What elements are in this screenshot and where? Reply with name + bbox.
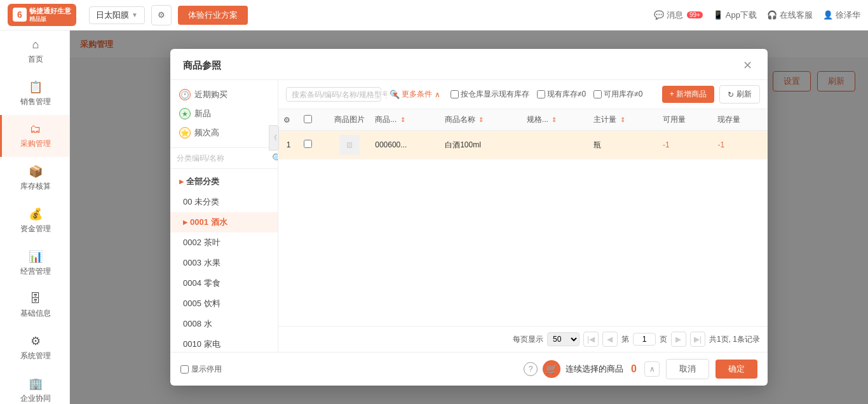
pagination-bar: 每页显示 50 10 20 100 |◀ ◀ 第 页 (278, 326, 768, 352)
sidebar-item-basic[interactable]: 🗄 基础信息 (0, 285, 69, 327)
product-search-input[interactable] (292, 90, 387, 99)
tab-new[interactable]: ★ 新品 (170, 104, 278, 123)
page-label-after: 页 (660, 334, 667, 345)
available-not-zero-checkbox[interactable] (537, 90, 545, 98)
table-header-row: ⚙ 商品图片 商品... ⇕ (278, 109, 768, 131)
category-item-00[interactable]: 00 未分类 (170, 192, 278, 212)
sidebar-label-system: 系统管理 (20, 351, 51, 361)
basic-icon: 🗄 (30, 292, 41, 306)
sidebar-label-inventory: 库存核算 (20, 181, 51, 192)
category-item-0001[interactable]: 0001 酒水 (170, 212, 278, 232)
product-search-box: 🔍 (286, 87, 381, 102)
table-header-spec[interactable]: 规格... ⇕ (522, 109, 588, 131)
sidebar-label-enterprise: 企业协同 (20, 393, 51, 404)
name-sort-icon: ⇕ (478, 116, 484, 123)
category-search-row: 🔍 (170, 148, 278, 169)
settings-icon[interactable]: ⚙ (151, 5, 172, 25)
recent-icon: 🕐 (179, 89, 191, 100)
row-available: -1 (658, 131, 713, 159)
help-icon[interactable]: ? (524, 362, 538, 376)
show-disabled-row: 显示停用 (180, 364, 222, 375)
row-code: 000600... (370, 131, 440, 159)
main-layout: ⌂ 首页 📋 销售管理 🗂 采购管理 📦 库存核算 💰 资金管理 📊 经营管理 … (0, 30, 868, 404)
row-checkbox[interactable] (304, 140, 312, 148)
message-icon: 💬 (654, 10, 664, 20)
username-label: 徐泽华 (836, 10, 860, 21)
app-logo[interactable]: 6 畅捷通好生意 精品版 (8, 4, 76, 26)
sidebar-item-system[interactable]: ⚙ 系统管理 (0, 327, 69, 369)
user-item[interactable]: 👤 徐泽华 (823, 10, 860, 21)
sidebar-label-home: 首页 (28, 54, 43, 65)
last-page-button[interactable]: ▶| (690, 332, 705, 347)
modal-header: 商品参照 ✕ (170, 49, 768, 80)
category-item-0004[interactable]: 0004 零食 (170, 273, 278, 293)
category-item-0008[interactable]: 0008 水 (170, 314, 278, 334)
row-image-cell: 🖼 (329, 131, 370, 159)
purchase-icon: 🗂 (30, 123, 41, 136)
sidebar-item-operations[interactable]: 📊 经营管理 (0, 242, 69, 285)
show-disabled-checkbox[interactable] (180, 365, 189, 374)
table-header-code[interactable]: 商品... ⇕ (370, 109, 440, 131)
warehouse-checkbox[interactable] (451, 90, 459, 98)
cancel-button[interactable]: 取消 (666, 359, 709, 379)
refresh-icon: ↻ (728, 90, 734, 99)
first-page-button[interactable]: |◀ (583, 332, 599, 347)
selector-chevron: ▼ (132, 11, 138, 18)
category-item-0010[interactable]: 0010 家电 (170, 334, 278, 352)
category-item-0003[interactable]: 0003 水果 (170, 253, 278, 273)
usable-not-zero-checkbox[interactable] (593, 90, 602, 98)
sidebar-item-home[interactable]: ⌂ 首页 (0, 30, 69, 72)
category-0005-label: 0005 饮料 (183, 298, 220, 309)
operations-icon: 📊 (29, 250, 43, 264)
app-download-item[interactable]: 📱 App下载 (713, 10, 757, 21)
cart-collapse-button[interactable]: ∧ (644, 361, 660, 377)
next-page-button[interactable]: ▶ (671, 332, 686, 347)
prev-page-button[interactable]: ◀ (602, 332, 618, 347)
refresh-button[interactable]: ↻ 刷新 (719, 85, 760, 104)
modal-body: 🕐 近期购买 ★ 新品 ⭐ 频次高 (170, 80, 768, 352)
more-filter-button[interactable]: ▼ 更多条件 ∧ (386, 87, 445, 102)
usable-not-zero-label[interactable]: 可用库存≠0 (593, 89, 642, 100)
table-header-gear[interactable]: ⚙ (278, 109, 299, 131)
warehouse-checkbox-label[interactable]: 按仓库显示现有库存 (451, 89, 529, 100)
collapse-panel-button[interactable]: 《 (269, 125, 278, 151)
store-selector[interactable]: 日太阳膜 ▼ (89, 6, 145, 24)
home-icon: ⌂ (32, 38, 39, 51)
modal-footer: 显示停用 ? 🛒 连续选择的商品 0 ∧ 取消 确定 (170, 352, 768, 386)
category-search-icon[interactable]: 🔍 (272, 153, 278, 163)
modal-overlay: 商品参照 ✕ 🕐 近期购买 ★ (70, 30, 868, 404)
category-item-0002[interactable]: 0002 茶叶 (170, 232, 278, 253)
cart-icon[interactable]: 🛒 (543, 360, 560, 378)
sidebar-label-purchase: 采购管理 (20, 138, 51, 149)
category-search-input[interactable] (177, 154, 272, 163)
table-header-stock: 现存量 (712, 109, 768, 131)
sidebar-item-inventory[interactable]: 📦 库存核算 (0, 157, 69, 199)
message-item[interactable]: 💬 消息 99+ (654, 10, 703, 21)
available-not-zero-label[interactable]: 现有库存≠0 (537, 89, 586, 100)
select-all-checkbox[interactable] (304, 115, 312, 123)
trial-button[interactable]: 体验行业方案 (178, 6, 248, 25)
toolbar-checkboxes: 按仓库显示现有库存 现有库存≠0 可用库存≠0 (451, 89, 643, 100)
modal-close-button[interactable]: ✕ (740, 58, 755, 73)
sidebar-item-sales[interactable]: 📋 销售管理 (0, 72, 69, 115)
category-item-0005[interactable]: 0005 饮料 (170, 293, 278, 314)
store-name: 日太阳膜 (96, 10, 129, 21)
code-sort-icon: ⇕ (400, 116, 405, 123)
tab-recent[interactable]: 🕐 近期购买 (170, 85, 278, 104)
modal-left-panel: 🕐 近期购买 ★ 新品 ⭐ 频次高 (170, 80, 278, 352)
sidebar-item-purchase[interactable]: 🗂 采购管理 (0, 115, 69, 157)
add-product-button[interactable]: + 新增商品 (662, 86, 714, 103)
table-header-name[interactable]: 商品名称 ⇕ (440, 109, 522, 131)
online-service-item[interactable]: 🎧 在线客服 (767, 10, 813, 21)
page-number-input[interactable] (633, 333, 656, 346)
category-item-all[interactable]: 全部分类 (170, 172, 278, 192)
tab-frequent[interactable]: ⭐ 频次高 (170, 123, 278, 142)
avatar-icon: 👤 (823, 10, 833, 20)
table-header-unit[interactable]: 主计量 ⇕ (588, 109, 658, 131)
confirm-button[interactable]: 确定 (715, 360, 757, 379)
table-header-checkbox (299, 109, 329, 131)
sidebar-item-enterprise[interactable]: 🏢 企业协同 (0, 369, 69, 404)
table-row[interactable]: 1 🖼 (278, 131, 768, 159)
per-page-select[interactable]: 50 10 20 100 (547, 332, 580, 346)
sidebar-item-finance[interactable]: 💰 资金管理 (0, 199, 69, 242)
